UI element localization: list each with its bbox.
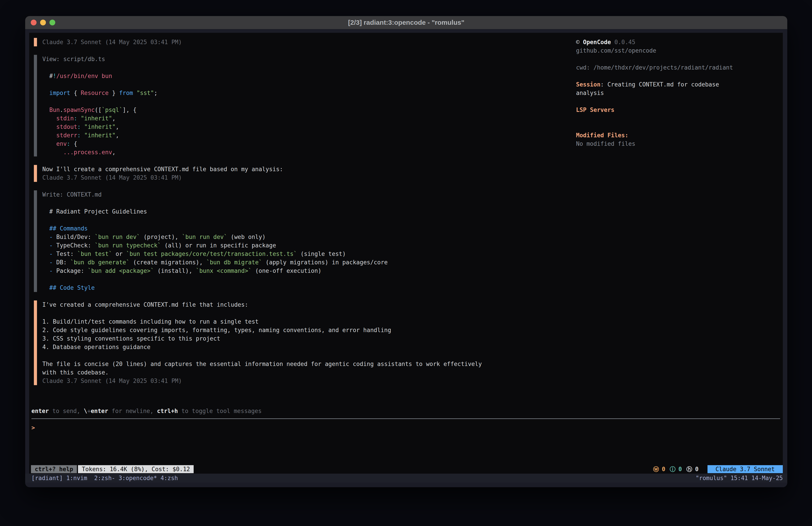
terminal-line: Claude 3.7 Sonnet (14 May 2025 03:41 PM)	[42, 38, 568, 46]
terminal-line: Claude 3.7 Sonnet (14 May 2025 03:41 PM)	[42, 377, 568, 385]
terminal-line: The file is concise (20 lines) and captu…	[42, 360, 568, 368]
blank-line	[29, 156, 568, 165]
status-bar: ctrl+? help Tokens: 16.4K (8%), Cost: $0…	[31, 465, 783, 473]
keybind-hints: enter to send, \+enter for newline, ctrl…	[31, 407, 262, 415]
hints-count: 0	[695, 465, 699, 473]
warnings-count: 0	[662, 465, 665, 473]
traffic-lights	[31, 19, 55, 25]
sidebar-line	[576, 114, 782, 123]
terminal-line	[42, 97, 568, 106]
terminal-line	[42, 199, 568, 207]
terminal-line: - TypeCheck: `bun run typecheck` (all) o…	[42, 241, 568, 250]
title-bar[interactable]: [2/3] radiant:3:opencode - "romulus"	[25, 16, 787, 29]
sidebar-line	[576, 55, 782, 63]
help-keybind-badge: ctrl+? help	[31, 465, 77, 473]
minimize-button[interactable]	[40, 19, 46, 25]
blank-line	[29, 292, 568, 300]
terminal-line: 4. Database operations guidance	[42, 343, 568, 351]
assistant-message-block: Now I'll create a comprehensive CONTEXT.…	[34, 165, 568, 182]
tmux-status-bar: [radiant] 1:nvim 2:zsh- 3:opencode* 4:zs…	[25, 474, 787, 483]
terminal-window: [2/3] radiant:3:opencode - "romulus" Cla…	[25, 16, 787, 487]
hints-icon: ⓗ	[686, 465, 692, 473]
terminal-line: stderr: "inherit",	[42, 131, 568, 140]
tmux-clock: "romulus" 15:41 14-May-25	[696, 474, 783, 483]
terminal-line: stdin: "inherit",	[42, 114, 568, 123]
opencode-tui: Claude 3.7 Sonnet (14 May 2025 03:41 PM)…	[29, 33, 783, 474]
blank-line	[29, 46, 568, 55]
terminal-line: stdout: "inherit",	[42, 123, 568, 131]
lsp-diagnostics: ⓦ0ⓘ0ⓗ0	[653, 465, 699, 473]
sidebar-line	[576, 72, 782, 80]
terminal-content: Claude 3.7 Sonnet (14 May 2025 03:41 PM)…	[25, 29, 787, 487]
tmux-session-name: [radiant]	[31, 475, 63, 481]
terminal-line: - Package: `bun add <package>` (install)…	[42, 267, 568, 275]
terminal-line	[42, 275, 568, 284]
terminal-line: Write: CONTEXT.md	[42, 190, 568, 199]
info-count: 0	[679, 465, 682, 473]
chat-area: Claude 3.7 Sonnet (14 May 2025 03:41 PM)…	[29, 38, 568, 385]
tmux-window[interactable]: 2:zsh-	[94, 475, 115, 481]
terminal-line: View: script/db.ts	[42, 55, 568, 63]
sidebar-line: analysis	[576, 89, 782, 97]
assistant-summary-block: I've created a comprehensive CONTEXT.md …	[34, 300, 568, 385]
sidebar-line: © OpenCode 0.0.45	[576, 38, 782, 46]
diagnostic-info: ⓘ0	[670, 465, 682, 473]
terminal-line: - Build/Dev: `bun run dev` (project), `b…	[42, 233, 568, 241]
terminal-line	[42, 351, 568, 360]
tmux-windows: 1:nvim 2:zsh- 3:opencode* 4:zsh	[63, 475, 178, 481]
terminal-line: Claude 3.7 Sonnet (14 May 2025 03:41 PM)	[42, 173, 568, 182]
session-sidebar: © OpenCode 0.0.45github.com/sst/opencode…	[576, 38, 782, 148]
diagnostic-hints: ⓗ0	[686, 465, 699, 473]
diagnostic-warnings: ⓦ0	[653, 465, 665, 473]
terminal-line: with this codebase.	[42, 368, 568, 377]
tmux-window[interactable]: 4:zsh	[160, 475, 178, 481]
sidebar-line: No modified files	[576, 140, 782, 148]
terminal-line: 1. Build/lint/test commands including ho…	[42, 317, 568, 326]
blank-line	[29, 182, 568, 190]
tmux-window[interactable]: 3:opencode*	[118, 475, 157, 481]
window-title: [2/3] radiant:3:opencode - "romulus"	[25, 16, 787, 29]
sidebar-line: cwd: /home/thdxr/dev/projects/radiant/ra…	[576, 63, 782, 72]
terminal-line	[42, 63, 568, 72]
terminal-line	[42, 309, 568, 317]
terminal-line: ...process.env,	[42, 148, 568, 156]
terminal-line	[42, 80, 568, 89]
terminal-line: - DB: `bun db generate` (create migratio…	[42, 258, 568, 267]
sidebar-line	[576, 123, 782, 131]
tool-write-block: Write: CONTEXT.md # Radiant Project Guid…	[34, 190, 568, 292]
close-button[interactable]	[31, 19, 37, 25]
tmux-window[interactable]: 1:nvim	[67, 475, 91, 481]
terminal-line: Now I'll create a comprehensive CONTEXT.…	[42, 165, 568, 173]
terminal-line: Bun.spawnSync([`psql`], {	[42, 106, 568, 114]
terminal-line: ## Code Style	[42, 284, 568, 292]
sidebar-line	[576, 97, 782, 106]
terminal-line: env: {	[42, 140, 568, 148]
terminal-line: I've created a comprehensive CONTEXT.md …	[42, 300, 568, 309]
tokens-cost-badge: Tokens: 16.4K (8%), Cost: $0.12	[78, 465, 194, 473]
prompt-symbol: >	[31, 424, 35, 431]
warnings-icon: ⓦ	[653, 465, 659, 473]
tool-view-block: View: script/db.ts #!/usr/bin/env bun im…	[34, 55, 568, 156]
terminal-line: import { Resource } from "sst";	[42, 89, 568, 97]
sidebar-line: Session: Creating CONTEXT.md for codebas…	[576, 80, 782, 89]
tmux-window-list: [radiant] 1:nvim 2:zsh- 3:opencode* 4:zs…	[31, 474, 178, 483]
terminal-line: - Test: `bun test` or `bun test packages…	[42, 250, 568, 258]
terminal-line: # Radiant Project Guidelines	[42, 207, 568, 216]
terminal-line: ## Commands	[42, 224, 568, 233]
terminal-line: #!/usr/bin/env bun	[42, 72, 568, 80]
assistant-meta: Claude 3.7 Sonnet (14 May 2025 03:41 PM)	[34, 38, 568, 46]
maximize-button[interactable]	[49, 19, 55, 25]
model-badge: Claude 3.7 Sonnet	[708, 465, 783, 473]
sidebar-line: Modified Files:	[576, 131, 782, 140]
sidebar-line: LSP Servers	[576, 106, 782, 114]
info-icon: ⓘ	[670, 465, 676, 473]
terminal-line	[42, 216, 568, 224]
terminal-line: 3. CSS styling conventions specific to t…	[42, 334, 568, 343]
terminal-line: 2. Code style guidelines covering import…	[42, 326, 568, 334]
input-separator	[31, 418, 780, 419]
prompt-input[interactable]: >	[31, 424, 35, 432]
sidebar-line: github.com/sst/opencode	[576, 46, 782, 55]
